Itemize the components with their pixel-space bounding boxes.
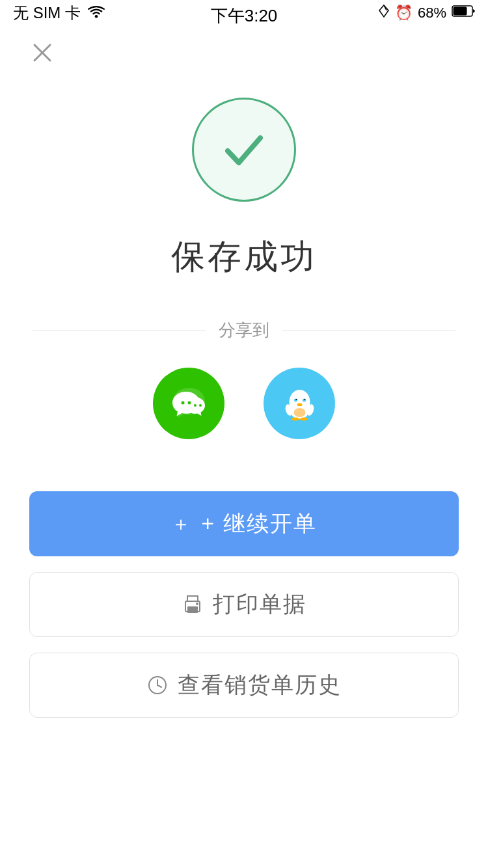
share-section: 分享到: [0, 319, 488, 439]
svg-rect-25: [187, 606, 198, 613]
history-label: 查看销货单历史: [178, 670, 342, 700]
svg-point-20: [300, 417, 308, 420]
svg-point-14: [303, 398, 306, 401]
svg-point-23: [293, 408, 305, 417]
battery-icon: [452, 5, 475, 21]
print-button[interactable]: 打印单据: [29, 572, 459, 637]
svg-point-6: [181, 401, 184, 404]
share-icons: [153, 368, 335, 439]
svg-point-15: [295, 399, 297, 400]
share-divider: 分享到: [0, 319, 488, 342]
svg-point-16: [304, 399, 305, 400]
qq-icon: [278, 383, 321, 425]
status-left: 无 SIM 卡: [13, 3, 105, 23]
svg-point-7: [187, 401, 191, 404]
print-label: 打印单据: [213, 590, 306, 619]
svg-point-8: [194, 404, 197, 407]
success-title: 保存成功: [171, 234, 317, 280]
battery-text: 68%: [418, 5, 446, 21]
wifi-icon: [87, 4, 105, 22]
share-label: 分享到: [206, 319, 282, 342]
location-icon: [378, 4, 390, 22]
continue-button[interactable]: ＋ + 继续开单: [29, 491, 459, 556]
svg-point-0: [95, 15, 98, 18]
action-buttons: ＋ + 继续开单 打印单据 查看销货单历史: [29, 491, 459, 718]
wechat-icon: [168, 383, 210, 425]
printer-icon: [182, 593, 204, 616]
success-circle: [192, 98, 296, 202]
svg-point-13: [294, 398, 297, 401]
close-button[interactable]: [26, 36, 59, 69]
wechat-share-button[interactable]: [153, 368, 224, 439]
continue-label: + 继续开单: [201, 509, 316, 539]
status-time: 下午3:20: [211, 5, 278, 27]
svg-point-9: [199, 404, 202, 407]
status-right: ⏰ 68%: [378, 4, 475, 22]
svg-rect-2: [454, 7, 467, 16]
checkmark-icon: [218, 124, 270, 176]
svg-point-19: [291, 417, 299, 420]
main-content: 保存成功 分享到: [0, 26, 488, 718]
clock-icon: [146, 674, 169, 696]
no-sim-text: 无 SIM 卡: [13, 3, 81, 23]
qq-share-button[interactable]: [264, 368, 335, 439]
status-bar: 无 SIM 卡 下午3:20 ⏰ 68%: [0, 0, 488, 26]
alarm-icon: ⏰: [395, 5, 413, 21]
svg-point-26: [196, 603, 198, 605]
svg-point-17: [297, 403, 302, 406]
plus-icon: ＋: [171, 511, 192, 537]
history-button[interactable]: 查看销货单历史: [29, 653, 459, 718]
